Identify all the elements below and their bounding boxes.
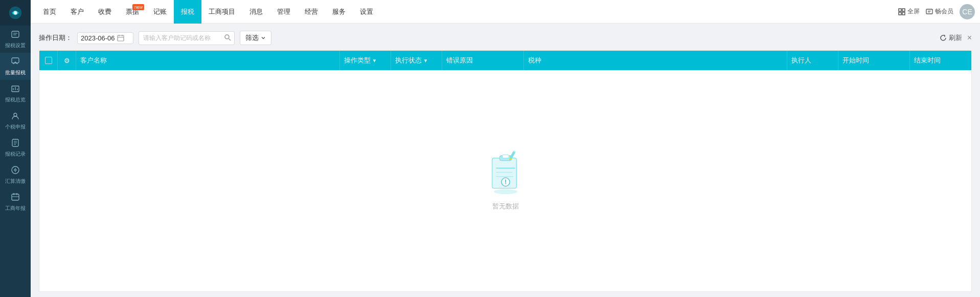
th-exec-status[interactable]: 执行状态 ▼ xyxy=(391,51,442,70)
avatar[interactable]: CE xyxy=(960,4,975,19)
th-exec-label: 执行状态 xyxy=(395,56,422,65)
th-error-reason: 错误原因 xyxy=(442,51,524,70)
th-executor-label: 执行人 xyxy=(791,56,811,65)
topnav-item-services[interactable]: 服务 xyxy=(325,0,353,24)
svg-point-32 xyxy=(225,35,229,39)
topnav-item-customers[interactable]: 客户 xyxy=(63,0,91,24)
individual-tax-icon xyxy=(11,111,20,122)
th-end-label: 结束时间 xyxy=(914,56,941,65)
sidebar-item-tax-records[interactable]: 报税记录 xyxy=(0,134,31,161)
search-box xyxy=(139,31,235,45)
sort-icon-operation: ▼ xyxy=(372,58,377,63)
sidebar-label-settlement: 汇算清缴 xyxy=(5,178,26,184)
table-body: 暂无数据 xyxy=(39,70,971,291)
topnav: 首页客户收费票据new记账报税工商项目消息管理经营服务设置 全屏 畅会员 xyxy=(31,0,980,24)
topnav-label-services: 服务 xyxy=(332,7,346,16)
sort-icon-exec: ▼ xyxy=(423,58,428,63)
th-operation-label: 操作类型 xyxy=(344,56,371,65)
main-area: 首页客户收费票据new记账报税工商项目消息管理经营服务设置 全屏 畅会员 xyxy=(31,0,980,297)
topnav-item-management[interactable]: 管理 xyxy=(270,0,298,24)
sidebar-logo xyxy=(0,0,31,26)
refresh-icon xyxy=(940,34,947,41)
sidebar-label-batch-tax: 批量报税 xyxy=(5,70,26,76)
member-label: 畅会员 xyxy=(935,7,953,16)
empty-illustration xyxy=(483,151,529,197)
data-table: ⚙ 客户名称 操作类型 ▼ 执行状态 ▼ 错误原因 xyxy=(39,50,972,292)
svg-rect-28 xyxy=(118,35,124,41)
toolbar-right: 刷新 × xyxy=(940,33,972,43)
sidebar-item-tax-overview[interactable]: 报税总览 xyxy=(0,80,31,107)
topnav-label-home: 首页 xyxy=(43,7,56,16)
search-icon xyxy=(224,34,231,41)
refresh-label: 刷新 xyxy=(949,33,962,43)
date-label: 操作日期： xyxy=(39,33,72,43)
badge-new-invoices: new xyxy=(132,4,144,11)
topnav-item-messages[interactable]: 消息 xyxy=(242,0,270,24)
th-tax-label: 税种 xyxy=(528,56,541,65)
svg-rect-24 xyxy=(902,12,905,15)
sidebar-label-tax-overview: 报税总览 xyxy=(5,97,26,103)
topnav-item-accounting[interactable]: 记账 xyxy=(146,0,174,24)
th-settings[interactable]: ⚙ xyxy=(58,51,76,70)
topnav-right: 全屏 畅会员 CE xyxy=(898,4,975,19)
svg-point-43 xyxy=(505,183,506,184)
sidebar-item-settlement[interactable]: ¥ 汇算清缴 xyxy=(0,161,31,188)
th-checkbox[interactable] xyxy=(39,51,58,70)
fullscreen-button[interactable]: 全屏 xyxy=(898,7,920,16)
sidebar-label-tax-settings: 报税设置 xyxy=(5,43,26,49)
content: 操作日期： 2023-06-06 xyxy=(31,24,980,297)
date-value: 2023-06-06 xyxy=(81,34,115,42)
topnav-label-business: 工商项目 xyxy=(209,7,235,16)
sidebar-label-annual-report: 工商年报 xyxy=(5,205,26,211)
svg-text:¥: ¥ xyxy=(14,168,16,172)
sidebar-item-annual-report[interactable]: 工商年报 xyxy=(0,188,31,216)
sidebar-item-individual-tax[interactable]: 个税申报 xyxy=(0,107,31,134)
empty-text: 暂无数据 xyxy=(492,202,519,211)
filter-button[interactable]: 筛选 xyxy=(240,31,271,45)
date-input[interactable]: 2023-06-06 xyxy=(77,32,133,44)
svg-rect-2 xyxy=(12,31,19,37)
topnav-label-messages: 消息 xyxy=(249,7,263,16)
svg-rect-23 xyxy=(899,12,901,15)
topnav-item-tax[interactable]: 报税 xyxy=(174,0,201,24)
sidebar-item-batch-tax[interactable]: 批量报税 xyxy=(0,53,31,80)
svg-point-1 xyxy=(14,11,17,15)
topnav-label-management: 管理 xyxy=(277,7,290,16)
search-button[interactable] xyxy=(221,32,234,45)
settlement-icon: ¥ xyxy=(11,165,20,177)
close-icon: × xyxy=(967,33,972,42)
annual-report-icon xyxy=(11,193,20,204)
sidebar: 报税设置 批量报税 报税总览 个税申报 报税记录 ¥ 汇算清缴 工商年报 xyxy=(0,0,31,297)
topnav-item-billing[interactable]: 收费 xyxy=(91,0,119,24)
th-customer-name: 客户名称 xyxy=(76,51,340,70)
page-content: 操作日期： 2023-06-06 xyxy=(31,24,980,297)
refresh-button[interactable]: 刷新 xyxy=(940,33,962,43)
table-header: ⚙ 客户名称 操作类型 ▼ 执行状态 ▼ 错误原因 xyxy=(39,51,971,70)
topnav-item-business[interactable]: 工商项目 xyxy=(201,0,242,24)
th-executor: 执行人 xyxy=(787,51,838,70)
close-button[interactable]: × xyxy=(967,33,972,43)
svg-point-34 xyxy=(494,189,517,194)
sidebar-label-individual-tax: 个税申报 xyxy=(5,124,26,130)
topnav-item-settings[interactable]: 设置 xyxy=(353,0,380,24)
sidebar-item-tax-settings[interactable]: 报税设置 xyxy=(0,26,31,53)
topnav-item-invoices[interactable]: 票据new xyxy=(119,0,146,24)
topnav-item-home[interactable]: 首页 xyxy=(36,0,63,24)
th-tax-type: 税种 xyxy=(524,51,788,70)
topnav-item-operations[interactable]: 经营 xyxy=(298,0,325,24)
member-button[interactable]: 畅会员 xyxy=(926,7,953,16)
svg-rect-25 xyxy=(926,9,932,14)
svg-rect-17 xyxy=(12,194,19,200)
svg-line-33 xyxy=(229,38,231,40)
th-operation-type[interactable]: 操作类型 ▼ xyxy=(340,51,391,70)
chevron-down-icon xyxy=(261,35,266,40)
select-all-checkbox[interactable] xyxy=(45,57,52,64)
toolbar: 操作日期： 2023-06-06 xyxy=(39,31,972,45)
topnav-label-customers: 客户 xyxy=(71,7,84,16)
search-input[interactable] xyxy=(139,32,221,44)
filter-label: 筛选 xyxy=(245,33,259,43)
member-icon xyxy=(926,8,933,15)
topnav-label-tax: 报税 xyxy=(181,7,194,16)
sidebar-label-tax-records: 报税记录 xyxy=(5,151,26,157)
topnav-items: 首页客户收费票据new记账报税工商项目消息管理经营服务设置 xyxy=(36,0,898,24)
